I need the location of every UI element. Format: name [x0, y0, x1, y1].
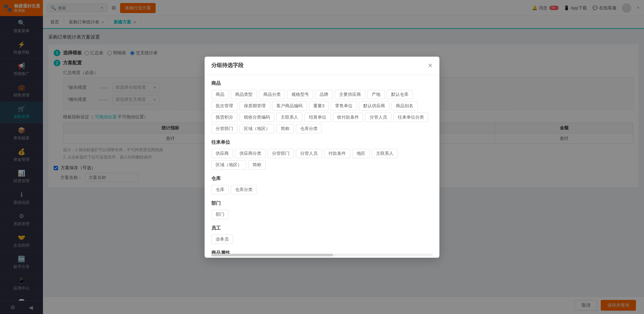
- field-chip-0-7[interactable]: 默认仓库: [387, 90, 413, 99]
- modal-dialog: 分组待选字段 ✕ 商品商品商品类型商品分类规格型号品牌主要供应商产地默认仓库批次…: [205, 57, 439, 258]
- field-chip-2-0[interactable]: 仓库: [211, 185, 229, 194]
- modal-title: 分组待选字段: [211, 62, 244, 69]
- field-chip-1-7[interactable]: 区域（地区）: [211, 160, 246, 170]
- field-chip-0-14[interactable]: 商品别名: [391, 101, 418, 111]
- field-chip-0-11[interactable]: 重量3: [309, 101, 329, 111]
- field-chip-0-6[interactable]: 产地: [367, 90, 385, 99]
- field-chip-0-8[interactable]: 批次管理: [211, 101, 237, 111]
- modal-body: 商品商品商品类型商品分类规格型号品牌主要供应商产地默认仓库批次管理保质期管理客户…: [205, 75, 439, 254]
- field-chip-0-1[interactable]: 商品类型: [231, 90, 257, 99]
- field-chip-0-22[interactable]: 分管部门: [211, 124, 237, 133]
- modal-header: 分组待选字段 ✕: [205, 57, 439, 75]
- field-chip-1-5[interactable]: 地区: [352, 149, 370, 158]
- field-chip-0-12[interactable]: 零售单位: [331, 101, 357, 111]
- field-chip-0-18[interactable]: 结算单位: [305, 113, 331, 122]
- field-chip-1-6[interactable]: 主联系人: [372, 149, 398, 158]
- modal-section-title-2: 仓库: [211, 176, 433, 182]
- field-chips-4: 业务员: [211, 235, 433, 244]
- modal-section-3: 部门部门: [211, 200, 433, 219]
- field-chip-0-16[interactable]: 税收分类编码: [239, 113, 274, 122]
- field-chips-3: 部门: [211, 210, 433, 219]
- modal-section-1: 往来单位供应商供应商分类分管部门分管人员付款条件地区主联系人区域（地区）简称: [211, 139, 433, 170]
- modal-overlay: 分组待选字段 ✕ 商品商品商品类型商品分类规格型号品牌主要供应商产地默认仓库批次…: [0, 0, 644, 314]
- field-chip-0-9[interactable]: 保质期管理: [239, 101, 270, 111]
- field-chip-1-8[interactable]: 简称: [248, 160, 266, 170]
- field-chip-0-4[interactable]: 品牌: [315, 90, 333, 99]
- field-chips-1: 供应商供应商分类分管部门分管人员付款条件地区主联系人区域（地区）简称: [211, 149, 433, 170]
- field-chip-0-2[interactable]: 商品分类: [259, 90, 285, 99]
- field-chips-0: 商品商品类型商品分类规格型号品牌主要供应商产地默认仓库批次管理保质期管理客户商品…: [211, 90, 433, 133]
- modal-section-4: 员工业务员: [211, 225, 433, 244]
- field-chip-1-1[interactable]: 供应商分类: [235, 149, 266, 158]
- field-chip-0-19[interactable]: 收付款条件: [333, 113, 363, 122]
- field-chip-0-0[interactable]: 商品: [211, 90, 229, 99]
- modal-section-5: 商品属性属性颜色多规格尺码鞋码1: [211, 250, 433, 254]
- field-chip-0-10[interactable]: 客户商品编码: [272, 101, 307, 111]
- field-chip-0-5[interactable]: 主要供应商: [335, 90, 365, 99]
- field-chip-1-2[interactable]: 分管部门: [268, 149, 294, 158]
- field-chip-4-0[interactable]: 业务员: [211, 235, 233, 244]
- field-chip-3-0[interactable]: 部门: [211, 210, 229, 219]
- modal-section-title-0: 商品: [211, 80, 433, 86]
- field-chip-0-20[interactable]: 分管人员: [365, 113, 391, 122]
- field-chip-0-13[interactable]: 默认供应商: [359, 101, 389, 111]
- modal-hscroll[interactable]: [211, 254, 433, 256]
- field-chip-2-1[interactable]: 仓库分类: [231, 185, 257, 194]
- modal-section-0: 商品商品商品类型商品分类规格型号品牌主要供应商产地默认仓库批次管理保质期管理客户…: [211, 80, 433, 133]
- field-chip-1-3[interactable]: 分管人员: [296, 149, 322, 158]
- field-chip-1-4[interactable]: 付款条件: [324, 149, 350, 158]
- field-chip-0-24[interactable]: 简称: [276, 124, 294, 133]
- modal-section-title-4: 员工: [211, 225, 433, 231]
- field-chip-0-3[interactable]: 规格型号: [287, 90, 313, 99]
- modal-section-title-3: 部门: [211, 200, 433, 206]
- modal-section-title-5: 商品属性: [211, 250, 433, 254]
- field-chip-0-17[interactable]: 主联系人: [276, 113, 303, 122]
- modal-section-title-1: 往来单位: [211, 139, 433, 145]
- field-chip-0-15[interactable]: 拣货积分: [211, 113, 237, 122]
- modal-close-button[interactable]: ✕: [428, 62, 433, 69]
- field-chips-2: 仓库仓库分类: [211, 185, 433, 194]
- modal-hscroll-thumb: [211, 254, 333, 256]
- field-chip-0-21[interactable]: 往来单位分类: [393, 113, 428, 122]
- field-chip-1-0[interactable]: 供应商: [211, 149, 233, 158]
- field-chip-0-25[interactable]: 仓库分类: [296, 124, 322, 133]
- field-chip-0-23[interactable]: 区域（地区）: [239, 124, 274, 133]
- modal-section-2: 仓库仓库仓库分类: [211, 176, 433, 194]
